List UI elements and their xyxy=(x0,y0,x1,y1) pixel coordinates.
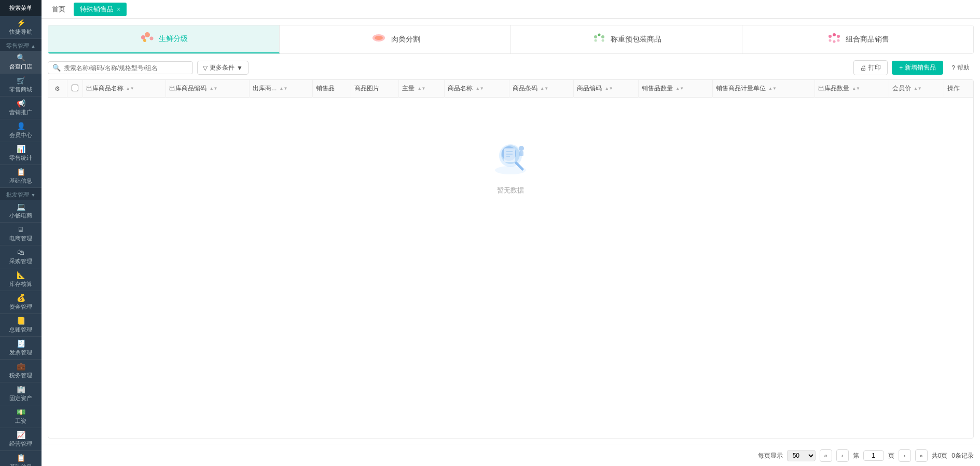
help-button[interactable]: ? 帮助 xyxy=(947,61,974,75)
col-out-spec[interactable]: 出库商... ▲▼ xyxy=(250,80,312,98)
home-tab[interactable]: 首页 xyxy=(48,3,70,16)
col-goods-name[interactable]: 商品名称 ▲▼ xyxy=(445,80,509,98)
active-tab[interactable]: 特殊销售品 × xyxy=(74,3,127,16)
sidebar-item-label: 营销推广 xyxy=(9,108,32,116)
svg-point-8 xyxy=(601,35,604,38)
sidebar-item-label: 零售商城 xyxy=(9,86,32,93)
sidebar-item-ecommerce-mgmt[interactable]: 🖥 电商管理 xyxy=(0,223,42,245)
base-info-icon: 📋 xyxy=(17,168,25,176)
sidebar-logo[interactable]: 搜索菜单 xyxy=(0,0,42,16)
sidebar-item-supervision[interactable]: 🔍 督查门店 xyxy=(0,51,42,74)
sidebar-item-ledger[interactable]: 📒 总账管理 xyxy=(0,314,42,337)
print-button[interactable]: 🖨 打印 xyxy=(853,60,888,75)
sidebar-section-retail[interactable]: 零售管理 ▲ xyxy=(0,39,42,51)
help-label: 帮助 xyxy=(957,63,970,72)
col-out-code[interactable]: 出库商品编码 ▲▼ xyxy=(166,80,250,98)
sidebar-item-label: 督查门店 xyxy=(9,63,32,71)
empty-state-illustration xyxy=(487,139,534,181)
col-weight[interactable]: 主量 ▲▼ xyxy=(399,80,445,98)
fixed-assets-icon: 🏢 xyxy=(17,385,25,393)
sidebar-item-label: 总账管理 xyxy=(9,326,32,334)
prev-page-button[interactable]: ‹ xyxy=(836,449,849,462)
col-sales-qty[interactable]: 销售品数量 ▲▼ xyxy=(638,80,712,98)
col-settings[interactable]: ⚙ xyxy=(48,80,67,98)
col-out-qty[interactable]: 出库品数量 ▲▼ xyxy=(815,80,889,98)
chevron-down-icon2: ▼ xyxy=(31,193,36,198)
settings-icon: ⚙ xyxy=(54,85,60,92)
svg-point-10 xyxy=(601,39,604,42)
per-page-label: 每页显示 xyxy=(758,451,783,460)
page-input[interactable] xyxy=(863,450,884,461)
mall-icon: 🛒 xyxy=(17,76,25,85)
filter-arrow-icon: ▼ xyxy=(237,64,243,72)
tab-meat-cutting[interactable]: 肉类分割 xyxy=(280,25,511,53)
add-sales-item-button[interactable]: + 新增销售品 xyxy=(892,61,943,75)
search-input[interactable] xyxy=(64,64,188,72)
svg-point-11 xyxy=(829,35,832,38)
sort-icon: ▲▼ xyxy=(914,86,922,91)
tab-fresh-grading[interactable]: 生鲜分级 xyxy=(48,25,280,53)
col-checkbox[interactable] xyxy=(67,80,82,98)
sidebar-item-label: 基础信息 xyxy=(9,177,32,185)
page-suffix: 页 xyxy=(888,451,894,460)
table-body: 暂无数据 xyxy=(48,98,973,237)
sidebar-item-retail-stats[interactable]: 📊 零售统计 xyxy=(0,142,42,165)
sidebar-item-label: 固定资产 xyxy=(9,394,32,402)
fresh-grading-icon xyxy=(140,32,155,46)
print-label: 打印 xyxy=(868,63,881,72)
filter-button[interactable]: ▽ 更多条件 ▼ xyxy=(197,61,249,75)
sidebar-item-salary[interactable]: 💵 工资 xyxy=(0,405,42,428)
topbar: 首页 特殊销售品 × xyxy=(42,0,980,19)
col-out-name[interactable]: 出库商品名称 ▲▼ xyxy=(82,80,166,98)
search-box[interactable]: 🔍 xyxy=(48,61,193,74)
sidebar-item-quick-nav[interactable]: ⚡ 快捷导航 xyxy=(0,16,42,39)
col-sales-item[interactable]: 销售品 xyxy=(312,80,351,98)
per-page-select[interactable]: 50 10 20 100 xyxy=(787,450,816,461)
sidebar-item-mall[interactable]: 🛒 零售商城 xyxy=(0,74,42,97)
last-page-button[interactable]: » xyxy=(915,449,928,462)
sidebar-item-label: 小畅电商 xyxy=(9,212,32,220)
sidebar-item-purchase[interactable]: 🛍 采购管理 xyxy=(0,245,42,268)
svg-point-15 xyxy=(833,40,835,43)
col-member-price[interactable]: 会员价 ▲▼ xyxy=(889,80,944,98)
pagination: 每页显示 50 10 20 100 « ‹ 第 页 › » 共0页 0条记录 xyxy=(42,445,980,466)
sidebar-item-operations[interactable]: 📈 经营管理 xyxy=(0,428,42,451)
sidebar-item-invoice[interactable]: 🧾 发票管理 xyxy=(0,337,42,360)
stats-icon: 📊 xyxy=(17,145,25,153)
total-pages: 共0页 xyxy=(932,451,948,460)
tab-weigh-prepack[interactable]: 称重预包装商品 xyxy=(511,25,742,53)
first-page-button[interactable]: « xyxy=(820,449,832,462)
tab-combo-sales[interactable]: 组合商品销售 xyxy=(742,25,973,53)
sidebar-item-label: 快捷导航 xyxy=(9,28,32,36)
supervision-icon: 🔍 xyxy=(17,53,25,62)
col-barcode[interactable]: 商品条码 ▲▼ xyxy=(509,80,574,98)
operations-icon: 📈 xyxy=(17,431,25,439)
sidebar-item-ecommerce-small[interactable]: 💻 小畅电商 xyxy=(0,200,42,223)
col-sales-unit[interactable]: 销售商品计量单位 ▲▼ xyxy=(712,80,815,98)
select-all-checkbox[interactable] xyxy=(72,85,78,91)
sidebar-section-wholesale[interactable]: 批发管理 ▼ xyxy=(0,188,42,200)
col-image[interactable]: 商品图片 xyxy=(351,80,398,98)
sidebar-item-marketing[interactable]: 📢 营销推广 xyxy=(0,97,42,119)
ecommerce-mgmt-icon: 🖥 xyxy=(17,225,24,234)
next-page-button[interactable]: › xyxy=(899,449,911,462)
col-operation: 操作 xyxy=(944,80,973,98)
sidebar-item-inventory[interactable]: 📐 库存核算 xyxy=(0,268,42,291)
sidebar-item-tax[interactable]: 💼 税务管理 xyxy=(0,360,42,382)
sidebar-item-label: 库存核算 xyxy=(9,280,32,288)
svg-point-26 xyxy=(519,146,524,151)
total-records: 0条记录 xyxy=(951,451,974,460)
sidebar-section-label: 批发管理 xyxy=(6,191,29,199)
tab-combo-sales-label: 组合商品销售 xyxy=(846,35,889,44)
svg-point-6 xyxy=(594,35,597,38)
close-tab-button[interactable]: × xyxy=(117,6,120,13)
sidebar-item-fixed-assets[interactable]: 🏢 固定资产 xyxy=(0,382,42,405)
svg-point-7 xyxy=(598,34,600,36)
sidebar-item-member[interactable]: 👤 会员中心 xyxy=(0,119,42,142)
data-table: ⚙ 出库商品名称 ▲▼ 出库商品编码 ▲▼ xyxy=(48,79,974,438)
sidebar-item-base-info[interactable]: 📋 基础信息 xyxy=(0,165,42,188)
svg-rect-22 xyxy=(504,148,515,162)
col-goods-code[interactable]: 商品编码 ▲▼ xyxy=(574,80,639,98)
sidebar-item-finance[interactable]: 💰 资金管理 xyxy=(0,291,42,314)
sidebar-item-base-info2[interactable]: 📋 基础信息 xyxy=(0,451,42,466)
